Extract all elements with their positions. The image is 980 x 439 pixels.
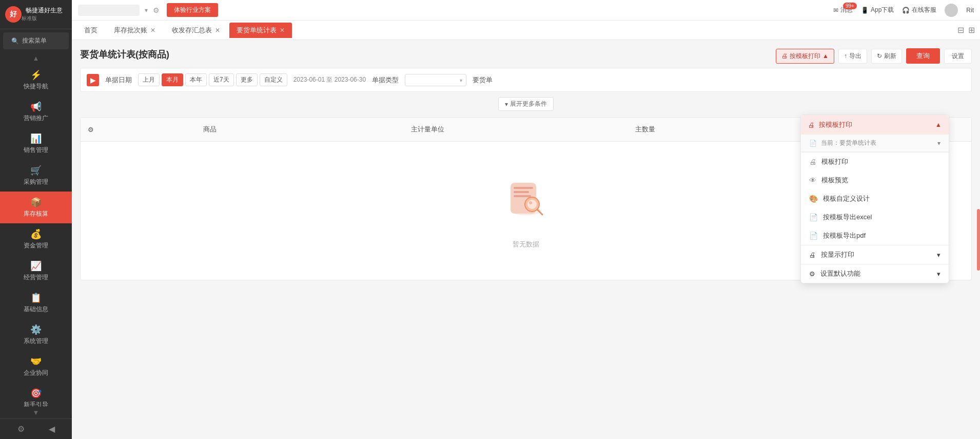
trial-button[interactable]: 体验行业方案 xyxy=(167,3,218,17)
set-default-left: ⚙ 设置默认功能 xyxy=(809,269,860,278)
tab-collection-report[interactable]: 收发存汇总表 ✕ xyxy=(165,23,227,38)
export-excel-label: 按模板导出excel xyxy=(823,213,940,222)
search-menu[interactable]: 🔍 搜索菜单 xyxy=(3,32,69,49)
sidebar-item-label-operation: 经营管理 xyxy=(24,273,48,282)
avatar[interactable] xyxy=(945,4,958,17)
dropdown-item-template-preview[interactable]: 👁 模板预览 xyxy=(801,171,949,189)
date-range-display: 2023-06-01 至 2023-06-30 xyxy=(293,75,366,84)
expand-chevron-icon: ▾ xyxy=(505,101,508,108)
username: Rit xyxy=(966,7,974,14)
th-gear[interactable]: ⚙ xyxy=(81,123,101,137)
print-dropdown: 🖨 按模板打印 ▲ 📄 当前：要货单统计表 ▾ 🖨 模板打印 xyxy=(800,114,949,283)
date-btn-custom[interactable]: 自定义 xyxy=(260,73,287,86)
display-print-arrow: ▾ xyxy=(937,251,940,259)
sidebar-item-label-marketing: 营销推广 xyxy=(24,114,48,123)
sidebar-item-guide[interactable]: 🎯 新手引导 xyxy=(0,383,72,407)
print-icon: 🖨 xyxy=(781,52,788,60)
tab-batch-account-close[interactable]: ✕ xyxy=(150,27,155,34)
logo-icon: 好 xyxy=(5,6,22,23)
date-btn-more[interactable]: 更多 xyxy=(236,73,258,86)
print-template-btn[interactable]: 🖨 按模板打印 ▲ xyxy=(776,49,834,64)
sidebar-item-label-finance: 资金管理 xyxy=(24,241,48,250)
main-content: ▾ ⚙ 体验行业方案 ✉ 消息 99+ 📱 App下载 🎧 在线客服 Rit 首… xyxy=(72,0,980,439)
operation-icon: 📈 xyxy=(30,260,42,272)
sidebar-item-label-purchase: 采购管理 xyxy=(24,178,48,186)
date-btn-this-month[interactable]: 本月 xyxy=(162,73,183,86)
sidebar-item-operation[interactable]: 📈 经营管理 xyxy=(0,255,72,287)
set-default-icon: ⚙ xyxy=(809,270,815,278)
dropdown-set-default[interactable]: ⚙ 设置默认功能 ▾ xyxy=(801,264,949,283)
sidebar-item-finance[interactable]: 💰 资金管理 xyxy=(0,223,72,255)
query-btn[interactable]: 查询 xyxy=(906,48,940,64)
sidebar-item-label-sales: 销售管理 xyxy=(24,146,48,155)
expand-more-btn[interactable]: ▾ 展开更多条件 xyxy=(498,97,554,111)
expand-more-label: 展开更多条件 xyxy=(510,100,547,108)
sidebar-item-purchase[interactable]: 🛒 采购管理 xyxy=(0,160,72,192)
svg-point-8 xyxy=(529,201,532,204)
tab-minimize-icon[interactable]: ⊟ xyxy=(957,25,964,35)
marketing-icon: 📢 xyxy=(30,101,42,112)
logo-name: 畅捷通好生意 xyxy=(26,7,63,15)
sidebar-item-sales[interactable]: 📊 销售管理 xyxy=(0,128,72,160)
search-menu-label: 搜索菜单 xyxy=(22,36,47,45)
sidebar-item-system[interactable]: ⚙️ 系统管理 xyxy=(0,319,72,351)
search-icon: 🔍 xyxy=(11,37,19,45)
tab-home[interactable]: 首页 xyxy=(77,23,105,38)
tab-bar: 首页 库存批次账 ✕ 收发存汇总表 ✕ 要货单统计表 ✕ ⊟ ⊞ xyxy=(72,21,980,40)
dropdown-display-print[interactable]: 🖨 按显示打印 ▾ xyxy=(801,245,949,264)
topbar-right: ✉ 消息 99+ 📱 App下载 🎧 在线客服 Rit xyxy=(833,4,974,17)
filter-expand-btn[interactable]: ▶ xyxy=(87,74,99,86)
logo-sub: 标准版 xyxy=(22,15,63,22)
sidebar-item-marketing[interactable]: 📢 营销推广 xyxy=(0,96,72,128)
scroll-down-btn[interactable]: ▼ xyxy=(0,407,72,418)
sidebar-item-inventory[interactable]: 📦 库存核算 xyxy=(0,192,72,223)
dropdown-current-template[interactable]: 📄 当前：要货单统计表 ▾ xyxy=(801,135,949,151)
scroll-up-btn[interactable]: ▲ xyxy=(0,52,72,64)
svg-rect-2 xyxy=(514,187,533,189)
export-btn[interactable]: ↑ 导出 xyxy=(838,49,867,64)
print-dropdown-header[interactable]: 🖨 按模板打印 ▲ xyxy=(801,115,949,135)
more-filter-label: 要货单 xyxy=(473,75,493,85)
tab-collection-report-close[interactable]: ✕ xyxy=(215,27,220,34)
topbar-search-input[interactable] xyxy=(78,5,140,16)
sidebar-item-basic[interactable]: 📋 基础信息 xyxy=(0,287,72,319)
dropdown-item-template-print[interactable]: 🖨 模板打印 xyxy=(801,152,949,171)
date-buttons: 上月 本月 本年 近7天 更多 自定义 xyxy=(138,73,287,86)
order-type-select-wrap: ▾ xyxy=(405,74,466,86)
tab-batch-account-label: 库存批次账 xyxy=(114,26,147,35)
quick-nav-icon: ⚡ xyxy=(30,69,42,81)
date-btn-this-year[interactable]: 本年 xyxy=(185,73,207,86)
filter-bar: ▶ 单据日期 上月 本月 本年 近7天 更多 自定义 2023-06-01 至 … xyxy=(80,68,972,92)
message-btn[interactable]: ✉ 消息 99+ xyxy=(833,6,853,14)
date-btn-last-7days[interactable]: 近7天 xyxy=(209,73,234,86)
tab-batch-account[interactable]: 库存批次账 ✕ xyxy=(107,23,163,38)
tab-maximize-icon[interactable]: ⊞ xyxy=(968,25,975,35)
topbar-dropdown-chevron[interactable]: ▾ xyxy=(145,7,148,14)
refresh-btn-label: 刷新 xyxy=(884,52,896,61)
print-chevron-up-icon: ▲ xyxy=(822,52,829,60)
dropdown-item-template-design[interactable]: 🎨 模板自定义设计 xyxy=(801,189,949,208)
dropdown-item-export-pdf[interactable]: 📄 按模板导出pdf xyxy=(801,226,949,245)
date-filter-label: 单据日期 xyxy=(105,75,132,85)
topbar-gear-icon[interactable]: ⚙ xyxy=(153,6,160,14)
collapse-icon[interactable]: ◀ xyxy=(49,424,55,434)
sidebar-item-label-quick-nav: 快捷导航 xyxy=(24,82,48,91)
sidebar-item-label-basic: 基础信息 xyxy=(24,305,48,314)
settings-btn[interactable]: 设置 xyxy=(944,49,972,64)
order-type-select[interactable] xyxy=(405,74,466,86)
date-btn-last-month[interactable]: 上月 xyxy=(138,73,160,86)
app-download-btn[interactable]: 📱 App下载 xyxy=(861,6,894,14)
template-preview-icon: 👁 xyxy=(809,176,816,184)
settings-icon[interactable]: ⚙ xyxy=(17,424,25,434)
sales-icon: 📊 xyxy=(30,133,42,144)
tab-order-report[interactable]: 要货单统计表 ✕ xyxy=(229,23,292,38)
online-service-btn[interactable]: 🎧 在线客服 xyxy=(902,6,936,14)
tab-order-report-close[interactable]: ✕ xyxy=(280,27,285,34)
print-dropdown-icon: 🖨 xyxy=(808,121,815,129)
svg-rect-3 xyxy=(514,191,529,193)
dropdown-item-export-excel[interactable]: 📄 按模板导出excel xyxy=(801,208,949,226)
print-dropdown-title-area: 🖨 按模板打印 xyxy=(808,120,852,129)
sidebar-item-collab[interactable]: 🤝 企业协同 xyxy=(0,351,72,383)
refresh-btn[interactable]: ↻ 刷新 xyxy=(871,49,902,64)
sidebar-item-quick-nav[interactable]: ⚡ 快捷导航 xyxy=(0,64,72,96)
